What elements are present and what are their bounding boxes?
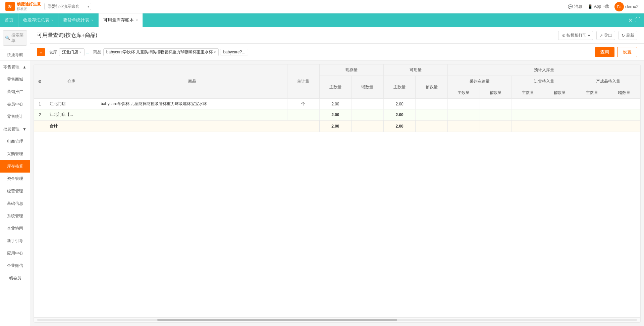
industry-select-input[interactable]: 母婴行业演示账套	[44, 3, 91, 10]
refresh-icon: ↻	[622, 33, 625, 38]
tab-order-stats-close[interactable]: ×	[91, 18, 93, 22]
tab-order-stats-label: 要货单统计表	[63, 17, 89, 23]
sidebar-item-member-center[interactable]: 会员中心	[0, 98, 30, 110]
row2-product	[97, 109, 287, 121]
col-production-aux: 辅数量	[608, 87, 640, 99]
sidebar: 🔍 搜索菜单 快捷导航 零售管理 ▲ 零售商城 营销推广 会员中心 零售统计 批…	[0, 27, 30, 326]
refresh-button[interactable]: ↻ 刷新	[619, 31, 637, 40]
product-tag-babycare[interactable]: babycare学饮杯 儿童防摔防撞吸管杯重力球吸嘴杯宝宝水杯 ×	[103, 48, 219, 56]
page-title: 可用量查询(按仓库+商品)	[37, 32, 97, 39]
row2-incoming-aux	[544, 109, 576, 121]
purchase-mgmt-label: 采购管理	[7, 151, 23, 157]
total-purchase-aux	[480, 120, 512, 132]
sidebar-search-button[interactable]: 🔍 搜索菜单	[3, 30, 27, 46]
warehouse-tag-jianbeimendian[interactable]: 江北门店 ×	[59, 48, 85, 56]
export-button[interactable]: ↗ 导出	[596, 31, 615, 40]
total-production-aux	[608, 120, 640, 132]
query-button[interactable]: 查询	[595, 47, 614, 57]
sidebar-item-purchase-mgmt[interactable]: 采购管理	[0, 148, 30, 160]
top-bar-left: 好 畅捷通好生意 标准版 母婴行业演示账套	[5, 2, 91, 11]
row1-stock-aux	[352, 99, 384, 109]
message-button[interactable]: 💬 消息	[568, 4, 582, 9]
industry-selector[interactable]: 母婴行业演示账套	[44, 3, 91, 10]
col-settings[interactable]: ⚙	[34, 64, 46, 99]
tab-receipt-summary[interactable]: 收发存汇总表 ×	[18, 13, 58, 27]
sidebar-item-business-mgmt[interactable]: 经营管理	[0, 185, 30, 197]
print-button[interactable]: 🖨 按模板打印 ▾	[558, 31, 593, 40]
retail-mgmt-label: 零售管理	[3, 64, 19, 70]
print-icon: 🖨	[561, 33, 565, 38]
col-purchase-main: 主数量	[448, 87, 480, 99]
filter-action-buttons: 查询 设置	[595, 47, 637, 57]
message-icon: 💬	[568, 4, 573, 9]
sidebar-item-inventory-check[interactable]: 库存核算	[0, 160, 30, 173]
print-label: 按模板打印	[567, 33, 587, 38]
product-tag-babycare2[interactable]: babycare?...	[220, 49, 248, 55]
message-label: 消息	[574, 4, 582, 9]
retail-mall-label: 零售商城	[7, 77, 23, 82]
row1-production-aux	[608, 99, 640, 109]
sidebar-item-enterprise-wechat[interactable]: 企业微信	[0, 260, 30, 272]
col-available-aux: 辅数量	[416, 76, 448, 99]
marketing-label: 营销推广	[7, 89, 23, 95]
tab-receipt-summary-close[interactable]: ×	[51, 18, 53, 22]
retail-stats-label: 零售统计	[7, 114, 23, 120]
sidebar-item-app-center[interactable]: 应用中心	[0, 247, 30, 260]
logo-text: 畅捷通好生意	[17, 2, 41, 6]
inventory-check-label: 库存核算	[7, 164, 23, 169]
table-row: 2 江北门店【... 2.00 2.00	[34, 109, 640, 121]
sidebar-item-marketing[interactable]: 营销推广	[0, 86, 30, 98]
total-label: 合计	[46, 120, 319, 132]
system-mgmt-label: 系统管理	[7, 213, 23, 219]
table-scroll[interactable]: ⚙ 仓库 商品 主计量 现存量 可用量 预计入库量 主数量 辅数量 主数量	[34, 64, 640, 317]
tab-order-stats[interactable]: 要货单统计表 ×	[58, 13, 98, 27]
nav-expand-btn[interactable]: ⛶	[635, 17, 641, 23]
user-area[interactable]: Ea demo2	[614, 2, 639, 11]
sidebar-item-new-guide[interactable]: 新手引导	[0, 235, 30, 247]
product-tag2-text: babycare?...	[223, 50, 245, 54]
product-filter-tags: babycare学饮杯 儿童防摔防撞吸管杯重力球吸嘴杯宝宝水杯 × babyca…	[103, 48, 249, 56]
tab-available-inventory[interactable]: 可用量库存账本 ×	[99, 13, 143, 27]
content-area: 可用量查询(按仓库+商品) 🖨 按模板打印 ▾ ↗ 导出 ↻ 刷新	[30, 27, 644, 326]
horizontal-scrollbar[interactable]	[37, 319, 637, 321]
app-download-button[interactable]: 📱 App下载	[588, 4, 609, 9]
export-icon: ↗	[599, 33, 603, 38]
col-stock-main: 主数量	[319, 76, 352, 99]
sidebar-quick-nav[interactable]: 快捷导航	[0, 49, 30, 61]
sidebar-item-retail-mall[interactable]: 零售商城	[0, 73, 30, 86]
logo-text-area: 畅捷通好生意 标准版	[17, 2, 41, 11]
row2-warehouse: 江北门店【...	[46, 109, 97, 121]
sidebar-item-retail-stats[interactable]: 零售统计	[0, 110, 30, 123]
total-incoming-main	[512, 120, 544, 132]
warehouse-more-btn[interactable]: ...	[86, 50, 89, 54]
sidebar-item-basic-info[interactable]: 基础信息	[0, 197, 30, 210]
tab-available-inventory-close[interactable]: ×	[136, 18, 138, 22]
setting-button[interactable]: 设置	[617, 47, 637, 57]
nav-spacer	[143, 13, 625, 27]
sidebar-item-enterprise-collab[interactable]: 企业协同	[0, 222, 30, 235]
scrollbar-thumb[interactable]	[157, 319, 397, 321]
print-expand-icon: ▾	[588, 33, 590, 38]
sidebar-search-area[interactable]: 🔍 搜索菜单	[0, 27, 30, 49]
username-label[interactable]: demo2	[625, 4, 639, 9]
warehouse-tag-close[interactable]: ×	[79, 50, 82, 54]
sidebar-item-system-mgmt[interactable]: 系统管理	[0, 210, 30, 222]
logo-area: 好 畅捷通好生意 标准版	[5, 2, 41, 11]
row2-unit	[287, 109, 319, 121]
nav-close-btn[interactable]: ✕	[628, 17, 633, 24]
sidebar-item-wholesale-mgmt[interactable]: 批发管理 ▼	[0, 123, 30, 135]
col-incoming-aux: 辅数量	[544, 87, 576, 99]
total-incoming-aux	[544, 120, 576, 132]
col-current-stock: 现存量	[319, 64, 383, 76]
sidebar-item-retail-mgmt[interactable]: 零售管理 ▲	[0, 61, 30, 73]
table-area: ⚙ 仓库 商品 主计量 现存量 可用量 预计入库量 主数量 辅数量 主数量	[34, 64, 641, 323]
sidebar-item-ecommerce-mgmt[interactable]: 电商管理	[0, 135, 30, 148]
row2-index: 2	[34, 109, 46, 121]
total-stock-main: 2.00	[319, 120, 352, 132]
product-filter-label: 商品	[93, 49, 101, 55]
product-tag-close[interactable]: ×	[214, 50, 216, 54]
sidebar-item-finance-mgmt[interactable]: 资金管理	[0, 173, 30, 185]
sidebar-item-vip-member[interactable]: 畅会员	[0, 272, 30, 284]
tab-home[interactable]: 首页	[0, 13, 18, 27]
filter-expand-button[interactable]: »	[37, 48, 45, 56]
